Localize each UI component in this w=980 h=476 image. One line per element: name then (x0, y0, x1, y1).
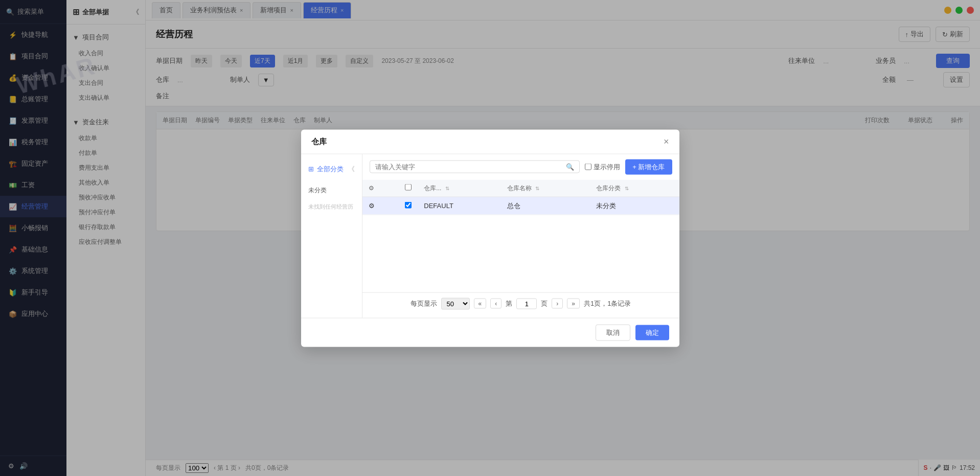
modal-right-toolbar: 🔍 显示停用 + 新增仓库 (362, 154, 679, 179)
total-label: 共1页，1条记录 (584, 299, 631, 308)
warehouse-table: ⚙ 仓库... ⇅ 仓库名称 ⇅ (362, 179, 679, 215)
add-warehouse-button[interactable]: + 新增仓库 (625, 159, 672, 174)
modal-body: ⊞ 全部分类 《 未分类 未找到任何经营历 🔍 显示停用 + (301, 154, 679, 318)
row-settings-cell: ⚙ (362, 197, 399, 215)
collapse-left-icon[interactable]: 《 (348, 164, 355, 173)
show-disabled-label[interactable]: 显示停用 (585, 162, 620, 171)
warehouse-modal: 仓库 × ⊞ 全部分类 《 未分类 未找到任何经营历 🔍 (301, 129, 679, 347)
th-code-label: 仓库... (424, 184, 441, 191)
modal-right-panel: 🔍 显示停用 + 新增仓库 ⚙ (362, 154, 679, 318)
sort-category-icon[interactable]: ⇅ (625, 185, 629, 191)
modal-title: 仓库 (311, 137, 327, 146)
show-disabled-text: 显示停用 (594, 162, 620, 171)
th-category-label: 仓库分类 (596, 184, 621, 191)
modal-header: 仓库 × (301, 129, 679, 154)
warehouse-table-header: ⚙ 仓库... ⇅ 仓库名称 ⇅ (362, 179, 679, 197)
all-category-label: 全部分类 (317, 164, 344, 173)
prev-page-btn[interactable]: ‹ (490, 299, 502, 309)
warehouse-search-input[interactable] (375, 163, 563, 171)
uncategorized-label[interactable]: 未分类 (308, 183, 355, 197)
show-disabled-checkbox[interactable] (585, 164, 591, 170)
per-page-select[interactable]: 50 100 (441, 298, 470, 309)
confirm-button[interactable]: 确定 (635, 325, 669, 340)
modal-left-panel: ⊞ 全部分类 《 未分类 未找到任何经营历 (301, 154, 362, 318)
row-category-cell: 未分类 (590, 197, 679, 215)
th-settings: ⚙ (362, 179, 399, 197)
last-page-btn[interactable]: » (567, 299, 580, 309)
empty-msg: 未找到任何经营历 (308, 202, 355, 210)
row-checkbox-cell[interactable] (399, 197, 418, 215)
next-page-btn[interactable]: › (552, 299, 563, 309)
sort-code-icon[interactable]: ⇅ (445, 185, 449, 191)
th-name-label: 仓库名称 (507, 184, 532, 191)
page-input[interactable] (516, 298, 537, 309)
page-label: 第 (506, 299, 512, 308)
th-category: 仓库分类 ⇅ (590, 179, 679, 197)
select-all-checkbox[interactable] (405, 184, 412, 191)
grid-icon-modal: ⊞ (308, 165, 314, 173)
row-name-cell: 总仓 (501, 197, 590, 215)
th-code: 仓库... ⇅ (418, 179, 501, 197)
table-row[interactable]: ⚙ DEFAULT 总仓 未分类 (362, 197, 679, 215)
th-checkbox (399, 179, 418, 197)
all-category-item[interactable]: ⊞ 全部分类 《 (301, 159, 362, 178)
first-page-btn[interactable]: « (474, 299, 487, 309)
row-code-cell: DEFAULT (418, 197, 501, 215)
per-page-label: 每页显示 (411, 299, 437, 308)
modal-pagination: 每页显示 50 100 « ‹ 第 页 › » 共1页，1条记录 (362, 292, 679, 314)
page-end: 页 (541, 299, 548, 308)
modal-table-container: ⚙ 仓库... ⇅ 仓库名称 ⇅ (362, 179, 679, 292)
row-checkbox[interactable] (405, 201, 412, 208)
search-icon-modal: 🔍 (566, 163, 574, 171)
sort-name-icon[interactable]: ⇅ (535, 185, 539, 191)
settings-icon: ⚙ (369, 185, 374, 192)
cancel-button[interactable]: 取消 (596, 324, 630, 341)
th-name: 仓库名称 ⇅ (501, 179, 590, 197)
modal-left-empty: 未分类 未找到任何经营历 (301, 178, 362, 214)
modal-close-button[interactable]: × (664, 137, 669, 146)
modal-footer: 取消 确定 (301, 318, 679, 347)
warehouse-table-body: ⚙ DEFAULT 总仓 未分类 (362, 197, 679, 215)
warehouse-search-box[interactable]: 🔍 (370, 161, 580, 173)
